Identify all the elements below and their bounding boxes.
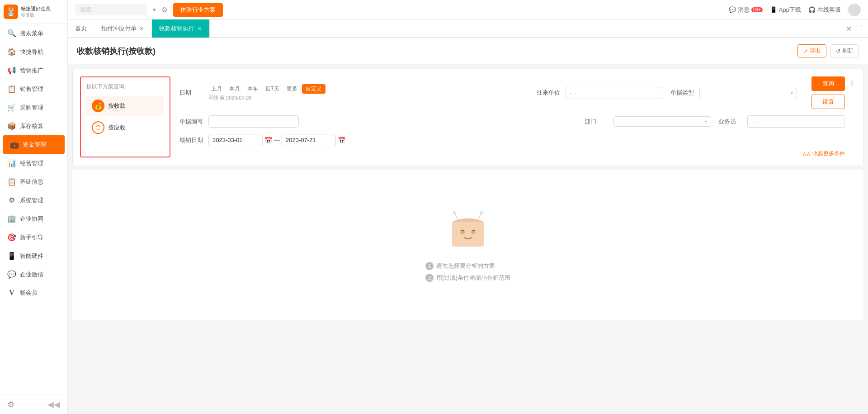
tab-bar: 首页 预付冲应付单 ✕ 收款核销执行 ✕ ✕ ⛶ bbox=[68, 20, 868, 38]
date-shortcuts: 上月 本月 本年 近7天 更多 自定义 bbox=[208, 84, 326, 94]
settings-header-icon[interactable]: ⚙ bbox=[161, 5, 168, 14]
online-service-btn[interactable]: 🎧 在线客服 bbox=[808, 6, 841, 14]
sidebar-item-label: 企业微信 bbox=[20, 271, 43, 279]
sidebar-item-marketing[interactable]: 📢 营销推广 bbox=[0, 61, 67, 80]
settings-icon[interactable]: ⚙ bbox=[7, 400, 14, 409]
shortcut-7days[interactable]: 近7天 bbox=[263, 84, 282, 94]
shortcut-last-month[interactable]: 上月 bbox=[208, 84, 225, 94]
sidebar-footer: ⚙ ◀◀ bbox=[0, 395, 67, 414]
sidebar-item-operations[interactable]: 📊 经营管理 bbox=[0, 154, 67, 172]
sidebar-item-basic-info[interactable]: 📋 基础信息 bbox=[0, 172, 67, 191]
close-tab-icon[interactable]: ✕ bbox=[846, 24, 852, 33]
collapse-more-label: 收起更多条件 bbox=[812, 150, 845, 157]
export-icon: ↗ bbox=[803, 48, 808, 54]
inventory-icon: 📦 bbox=[7, 122, 16, 130]
doc-no-input[interactable] bbox=[208, 115, 299, 128]
sidebar-item-label: 库存核算 bbox=[20, 122, 43, 130]
app-download-btn[interactable]: 📱 App下载 bbox=[770, 6, 801, 14]
filter-item-dept: 部门 ▾ bbox=[585, 116, 711, 127]
search-icon: 🔍 bbox=[7, 29, 16, 38]
filter-panel: 按以下方案查询 💰 按收款 ⏱ 按应收 bbox=[72, 69, 863, 165]
export-btn[interactable]: ↗ 导出 bbox=[797, 44, 826, 57]
user-avatar[interactable] bbox=[848, 4, 861, 16]
sidebar: 🐰 畅捷通好生意 标准版 🔍 搜索菜单 🏠 快捷导航 📢 营销推广 📋 销售管理… bbox=[0, 0, 68, 414]
offset-start-cal-icon[interactable]: 📅 bbox=[264, 137, 272, 144]
message-icon: 💬 bbox=[729, 6, 736, 13]
shortcut-more[interactable]: 更多 bbox=[284, 84, 300, 94]
setting-btn[interactable]: 设置 bbox=[811, 95, 845, 109]
tab-receipt-offset-close[interactable]: ✕ bbox=[197, 25, 202, 32]
offset-end-cal-icon[interactable]: 📅 bbox=[338, 137, 345, 144]
hint-num-2: 2 bbox=[425, 274, 434, 282]
refresh-icon: ↺ bbox=[836, 48, 840, 54]
filter-scheme-selector: 按以下方案查询 💰 按收款 ⏱ 按应收 bbox=[80, 76, 170, 157]
guide-icon: 🎯 bbox=[7, 233, 16, 242]
shortcut-this-year[interactable]: 本年 bbox=[245, 84, 261, 94]
sidebar-item-sales[interactable]: 📋 销售管理 bbox=[0, 80, 67, 98]
offset-date-start[interactable] bbox=[208, 134, 263, 146]
app-name: 畅捷通好生意 bbox=[21, 5, 51, 12]
wechat-icon: 💬 bbox=[7, 270, 16, 279]
refresh-btn[interactable]: ↺ 刷新 bbox=[830, 44, 859, 57]
empty-illustration bbox=[445, 206, 491, 251]
main-area: 搜索 ▾ ⚙ 体验行业方案 💬 消息 99+ 📱 App下载 🎧 在线客服 首页 bbox=[68, 0, 868, 414]
sidebar-item-purchase[interactable]: 🛒 采购管理 bbox=[0, 98, 67, 117]
sidebar-item-search[interactable]: 🔍 搜索菜单 bbox=[0, 24, 67, 43]
filter-option-by-receivable[interactable]: ⏱ 按应收 bbox=[86, 118, 164, 138]
svg-rect-0 bbox=[452, 222, 484, 247]
solution-btn[interactable]: 体验行业方案 bbox=[173, 3, 223, 17]
staff-select[interactable]: ··· bbox=[747, 115, 845, 128]
filter-collapse-btn[interactable]: 《 bbox=[845, 78, 856, 89]
header-search-box: 搜索 bbox=[75, 4, 147, 15]
filter-option-by-receipt[interactable]: 💰 按收款 bbox=[86, 96, 164, 116]
purchase-icon: 🛒 bbox=[7, 103, 16, 112]
system-icon: ⚙ bbox=[7, 196, 16, 205]
sidebar-item-label: 快捷导航 bbox=[20, 48, 43, 56]
service-icon: 🎧 bbox=[808, 6, 816, 13]
offset-date-end[interactable] bbox=[282, 134, 336, 146]
app-icon: 📱 bbox=[770, 6, 777, 13]
date-hint: 不限 至 2023-07-26 bbox=[208, 95, 326, 101]
online-service-label: 在线客服 bbox=[817, 6, 841, 14]
sidebar-item-label: 搜索菜单 bbox=[20, 29, 43, 38]
sidebar-item-quick-nav[interactable]: 🏠 快捷导航 bbox=[0, 43, 67, 61]
dept-select[interactable]: ▾ bbox=[613, 116, 711, 127]
logo-icon: 🐰 bbox=[4, 5, 18, 19]
collapse-sidebar-icon[interactable]: ◀◀ bbox=[47, 400, 60, 409]
filter-item-offset-date: 核销日期 📅 — 📅 bbox=[179, 134, 845, 146]
sidebar-item-member[interactable]: V 畅会员 bbox=[0, 284, 67, 302]
refresh-label: 刷新 bbox=[842, 47, 853, 55]
sidebar-item-guide[interactable]: 🎯 新手引导 bbox=[0, 228, 67, 247]
app-download-label: App下载 bbox=[779, 6, 801, 14]
sidebar-item-label: 智能硬件 bbox=[20, 252, 43, 260]
partner-select[interactable]: ··· bbox=[566, 87, 663, 99]
message-btn[interactable]: 💬 消息 99+ bbox=[729, 6, 763, 14]
maximize-icon[interactable]: ⛶ bbox=[855, 24, 863, 33]
filter-item-partner: 往来单位 ··· bbox=[537, 87, 663, 99]
tab-home[interactable]: 首页 bbox=[68, 24, 94, 33]
staff-label: 业务员 bbox=[718, 118, 744, 126]
shortcut-custom[interactable]: 自定义 bbox=[302, 84, 326, 94]
sidebar-item-system[interactable]: ⚙ 系统管理 bbox=[0, 191, 67, 209]
dept-arrow: ▾ bbox=[705, 119, 707, 124]
shortcut-this-month[interactable]: 本月 bbox=[226, 84, 243, 94]
tab-receipt-offset[interactable]: 收款核销执行 ✕ bbox=[152, 19, 210, 38]
tab-prepay-close[interactable]: ✕ bbox=[139, 25, 144, 32]
sidebar-item-label: 企业协同 bbox=[20, 215, 43, 223]
tab-prepay[interactable]: 预付冲应付单 ✕ bbox=[94, 19, 152, 38]
doc-type-select[interactable]: ▾ bbox=[699, 88, 797, 98]
date-separator: — bbox=[274, 137, 280, 143]
sidebar-item-label: 资金管理 bbox=[23, 141, 46, 149]
sidebar-item-hardware[interactable]: 📱 智能硬件 bbox=[0, 247, 67, 265]
empty-state: 1 请先选择要分析的方案 2 用[过滤]条件来缩小分析范围 bbox=[72, 170, 863, 320]
dropdown-icon[interactable]: ▾ bbox=[153, 6, 156, 13]
query-btn[interactable]: 查询 bbox=[811, 76, 845, 91]
collapse-more[interactable]: ∧∧ 收起更多条件 bbox=[179, 146, 845, 157]
sidebar-item-finance[interactable]: 💼 资金管理 bbox=[3, 135, 65, 154]
sidebar-item-wechat[interactable]: 💬 企业微信 bbox=[0, 265, 67, 284]
home-icon: 🏠 bbox=[7, 48, 16, 56]
sidebar-item-inventory[interactable]: 📦 库存核算 bbox=[0, 117, 67, 135]
sidebar-item-label: 销售管理 bbox=[20, 85, 43, 93]
message-badge: 99+ bbox=[751, 7, 763, 12]
sidebar-item-enterprise[interactable]: 🏢 企业协同 bbox=[0, 209, 67, 228]
